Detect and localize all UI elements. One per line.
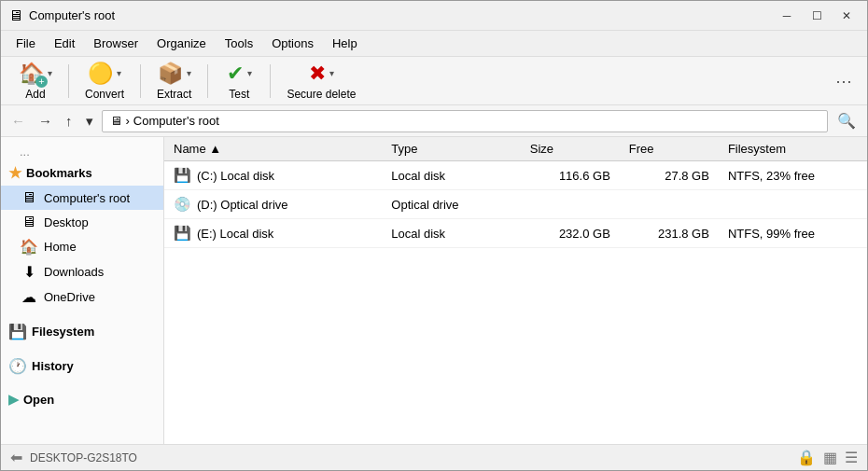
path-separator: › — [126, 114, 130, 128]
table-row[interactable]: 💿(D:) Optical driveOptical drive — [164, 190, 867, 219]
computer-icon: 🖥 — [110, 114, 122, 128]
file-size-c-drive: 116.6 GB — [521, 161, 620, 190]
history-label: History — [32, 359, 74, 373]
file-free-e-drive: 231.8 GB — [620, 219, 719, 248]
bookmarks-header[interactable]: ★ Bookmarks — [1, 160, 163, 186]
desktop-label: Desktop — [44, 215, 89, 229]
col-size-header[interactable]: Size — [521, 137, 620, 161]
menu-item-options[interactable]: Options — [262, 34, 323, 53]
toolbar-btn-extract[interactable]: 📦▾Extract — [147, 60, 202, 103]
extract-label: Extract — [157, 88, 191, 101]
menu-item-help[interactable]: Help — [323, 34, 367, 53]
bookmarks-label: Bookmarks — [26, 166, 92, 180]
forward-button[interactable]: → — [34, 111, 57, 131]
toolbar: 🏠+▾Add🟡▾Convert📦▾Extract✔▾Test✖▾Secure d… — [1, 57, 867, 105]
file-name-d-drive: 💿(D:) Optical drive — [164, 190, 382, 219]
title-icon: 🖥 — [8, 7, 23, 24]
lock-icon[interactable]: 🔒 — [797, 449, 816, 466]
col-type-header[interactable]: Type — [382, 137, 520, 161]
add-icon: 🏠+ — [19, 62, 44, 86]
file-free-d-drive — [620, 190, 719, 219]
title-text: Computer's root — [29, 8, 774, 22]
close-button[interactable]: ✕ — [833, 6, 860, 26]
d-drive-icon: 💿 — [174, 196, 191, 212]
address-path[interactable]: 🖥 › Computer's root — [102, 110, 829, 132]
convert-arrow: ▾ — [117, 68, 121, 78]
extract-arrow: ▾ — [187, 68, 191, 78]
sidebar-item-desktop[interactable]: 🖥 Desktop — [1, 210, 163, 234]
file-type-d-drive: Optical drive — [382, 190, 520, 219]
files-table: Name ▲ Type Size Free Filesystem 💾(C:) L… — [164, 137, 867, 248]
col-filesystem-header[interactable]: Filesystem — [719, 137, 867, 161]
toolbar-btn-test[interactable]: ✔▾Test — [214, 60, 264, 103]
table-row[interactable]: 💾(C:) Local diskLocal disk116.6 GB27.8 G… — [164, 161, 867, 190]
menu-item-file[interactable]: File — [7, 34, 45, 53]
file-type-e-drive: Local disk — [382, 219, 520, 248]
home-label: Home — [44, 240, 77, 254]
file-type-c-drive: Local disk — [382, 161, 520, 190]
toolbar-sep-3 — [207, 64, 208, 98]
e-drive-icon: 💾 — [174, 225, 191, 241]
file-list: Name ▲ Type Size Free Filesystem 💾(C:) L… — [164, 137, 867, 444]
file-filesystem-d-drive — [719, 190, 867, 219]
menu-item-tools[interactable]: Tools — [216, 34, 262, 53]
open-label: Open — [23, 393, 54, 407]
back-button[interactable]: ← — [7, 111, 30, 131]
file-filesystem-c-drive: NTFS, 23% free — [719, 161, 867, 190]
status-bar: ⬅ DESKTOP-G2S18TO 🔒 ▦ ☰ — [1, 444, 867, 470]
up-button[interactable]: ↑ — [61, 111, 77, 131]
sidebar-item-home[interactable]: 🏠 Home — [1, 234, 163, 259]
path-text: Computer's root — [133, 114, 219, 128]
sidebar-item-computers-root[interactable]: 🖥 Computer's root — [1, 186, 163, 210]
table-row[interactable]: 💾(E:) Local diskLocal disk232.0 GB231.8 … — [164, 219, 867, 248]
file-name-c-drive: 💾(C:) Local disk — [164, 161, 382, 190]
status-hostname: DESKTOP-G2S18TO — [30, 451, 137, 464]
main-content: ... ★ Bookmarks 🖥 Computer's root 🖥 Desk… — [1, 137, 867, 444]
window-controls: ─ ☐ ✕ — [774, 6, 860, 26]
toolbar-btn-convert[interactable]: 🟡▾Convert — [75, 60, 134, 103]
col-free-header[interactable]: Free — [620, 137, 719, 161]
sidebar-item-onedrive[interactable]: ☁ OneDrive — [1, 284, 163, 310]
menu-item-organize[interactable]: Organize — [147, 34, 216, 53]
col-name-header[interactable]: Name ▲ — [164, 137, 382, 161]
c-drive-icon: 💾 — [174, 167, 191, 183]
toolbar-btn-add[interactable]: 🏠+▾Add — [8, 60, 63, 103]
toolbar-sep-2 — [140, 64, 141, 98]
convert-icon: 🟡 — [88, 62, 113, 86]
file-size-d-drive — [521, 190, 620, 219]
onedrive-label: OneDrive — [44, 290, 95, 304]
address-bar: ← → ↑ ▾ 🖥 › Computer's root 🔍 — [1, 105, 867, 137]
extract-icon: 📦 — [158, 62, 183, 86]
status-right: 🔒 ▦ ☰ — [797, 449, 858, 466]
sidebar-item-downloads[interactable]: ⬇ Downloads — [1, 259, 163, 284]
history-dropdown-button[interactable]: ▾ — [81, 111, 98, 132]
sidebar-more-button[interactable]: ... — [1, 143, 163, 160]
secure-delete-arrow: ▾ — [329, 68, 334, 78]
search-button[interactable]: 🔍 — [832, 110, 861, 132]
history-header[interactable]: 🕐 History — [1, 353, 163, 379]
view-icon-list[interactable]: ☰ — [845, 449, 858, 466]
filesystem-label: Filesystem — [32, 325, 94, 339]
downloads-label: Downloads — [44, 265, 104, 279]
menu-item-browser[interactable]: Browser — [84, 34, 147, 53]
secure-delete-label: Secure delete — [287, 88, 356, 101]
test-arrow: ▾ — [247, 68, 252, 78]
convert-label: Convert — [85, 88, 124, 101]
downloads-icon: ⬇ — [20, 263, 38, 281]
toolbar-more-button[interactable]: ⋯ — [828, 67, 860, 95]
add-arrow: ▾ — [48, 68, 52, 78]
computers-root-label: Computer's root — [44, 191, 130, 205]
filesystem-header[interactable]: 💾 Filesystem — [1, 319, 163, 344]
desktop-icon: 🖥 — [20, 214, 38, 230]
open-header[interactable]: ▶ Open — [1, 388, 163, 410]
toolbar-btn-secure-delete[interactable]: ✖▾Secure delete — [276, 60, 366, 103]
menu-item-edit[interactable]: Edit — [45, 34, 84, 53]
restore-button[interactable]: ☐ — [804, 6, 830, 26]
status-nav-icon[interactable]: ⬅ — [10, 449, 22, 466]
file-name-e-drive: 💾(E:) Local disk — [164, 219, 382, 248]
view-icon-grid[interactable]: ▦ — [823, 449, 837, 466]
minimize-button[interactable]: ─ — [774, 6, 800, 26]
file-size-e-drive: 232.0 GB — [521, 219, 620, 248]
onedrive-icon: ☁ — [20, 288, 38, 306]
home-icon: 🏠 — [20, 238, 38, 256]
